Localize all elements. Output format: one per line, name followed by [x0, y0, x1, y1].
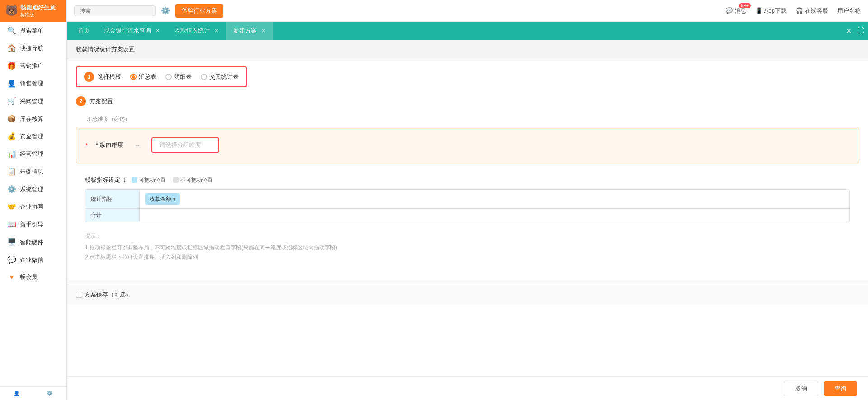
- content-area: 收款情况统计方案设置 1 选择模板 汇总表 明细表: [67, 40, 868, 376]
- sidebar-item-system[interactable]: ⚙️ 系统管理: [0, 180, 66, 198]
- cart-icon: 🛒: [7, 97, 16, 105]
- radio-summary[interactable]: 汇总表: [130, 73, 156, 81]
- sidebar-settings-btn[interactable]: ⚙️: [47, 391, 53, 396]
- logo-icon: 🐻: [5, 5, 18, 17]
- metric-tag-label: 收款金额: [150, 195, 171, 203]
- sidebar-item-label: 销售管理: [20, 80, 43, 88]
- settings-icon[interactable]: ⚙️: [161, 6, 170, 15]
- header-search-input[interactable]: [74, 5, 156, 16]
- header-right: 💬 消息 99+ 📱 App下载 🎧 在线客服 用户名称: [726, 7, 861, 15]
- tab-home[interactable]: 首页: [71, 22, 97, 40]
- tab-home-label: 首页: [78, 27, 90, 35]
- message-icon: 💬: [726, 7, 733, 14]
- settings-bottom-icon: ⚙️: [47, 391, 53, 396]
- step2-number: 2: [76, 96, 86, 106]
- col-header-content: 收款金额 ▾: [140, 190, 849, 208]
- sidebar-item-label: 营销推广: [20, 62, 43, 70]
- divider: [67, 279, 868, 279]
- radio-crosstab-label: 交叉统计表: [209, 73, 239, 81]
- tab-new-plan[interactable]: 新建方案 ✕: [226, 22, 273, 40]
- message-btn[interactable]: 💬 消息 99+: [726, 7, 746, 15]
- sidebar-item-guide[interactable]: 📖 新手引导: [0, 216, 66, 233]
- chart-icon: 📊: [7, 150, 16, 158]
- sidebar-item-wechat[interactable]: 💬 企业微信: [0, 251, 66, 268]
- radio-crosstab[interactable]: 交叉统计表: [201, 73, 239, 81]
- sidebar-item-marketing[interactable]: 🎁 营销推广: [0, 57, 66, 75]
- sidebar-item-sales[interactable]: 👤 销售管理: [0, 75, 66, 92]
- sidebar-item-label: 经营管理: [20, 150, 43, 158]
- row-label: 合计: [85, 208, 140, 222]
- sidebar-item-basic-info[interactable]: 📋 基础信息: [0, 163, 66, 180]
- tab-new-plan-close[interactable]: ✕: [261, 28, 266, 34]
- sidebar-user-btn[interactable]: 👤: [14, 391, 20, 396]
- tab-bank-flow[interactable]: 现金银行流水查询 ✕: [97, 22, 167, 40]
- sidebar-item-cooperation[interactable]: 🤝 企业协同: [0, 198, 66, 216]
- vertical-dim-label: * 纵向维度: [96, 141, 123, 149]
- metrics-col-header-row: 统计指标 收款金额 ▾: [85, 190, 849, 208]
- tip2: 2.点击标题栏下拉可设置排序、插入列和删除列: [85, 253, 850, 263]
- dimension-area: * * 纵向维度 → 请选择分组维度: [76, 127, 859, 163]
- industry-btn[interactable]: 体验行业方案: [175, 4, 223, 18]
- user-info-btn[interactable]: 用户名称: [837, 7, 861, 15]
- draggable-indicator: [132, 177, 137, 183]
- step1-number: 1: [84, 72, 94, 82]
- chat-icon: 💬: [7, 255, 16, 264]
- sidebar-item-member[interactable]: ▼ 畅会员: [0, 268, 66, 286]
- service-btn[interactable]: 🎧 在线客服: [796, 7, 828, 15]
- main-area: ⚙️ 体验行业方案 💬 消息 99+ 📱 App下载 🎧 在线客服 用户名称: [67, 0, 868, 400]
- query-button[interactable]: 查询: [824, 381, 857, 396]
- tab-collection-stat-close[interactable]: ✕: [214, 28, 219, 34]
- sidebar-item-label: 畅会员: [20, 273, 38, 281]
- tab-close-all-icon[interactable]: ✕: [846, 27, 852, 35]
- metrics-table: 统计指标 收款金额 ▾: [85, 189, 850, 222]
- search-menu-icon: 🔍: [7, 26, 16, 35]
- sidebar-item-quick-nav[interactable]: 🏠 快捷导航: [0, 39, 66, 57]
- sidebar-item-operation[interactable]: 📊 经营管理: [0, 145, 66, 163]
- sidebar-item-hardware[interactable]: 🖥️ 智能硬件: [0, 233, 66, 251]
- service-label: 在线客服: [805, 7, 828, 15]
- sidebar-item-search-menu[interactable]: 🔍 搜索菜单: [0, 22, 66, 39]
- tab-expand-icon[interactable]: ⛶: [857, 27, 864, 35]
- dimension-title: 汇总维度（必选）: [76, 112, 859, 127]
- crown-icon: ▼: [7, 274, 16, 281]
- footer-bar: 取消 查询: [67, 376, 868, 400]
- legend-draggable-label: 可拖动位置: [139, 176, 166, 184]
- gift-icon: 🎁: [7, 61, 16, 70]
- sidebar-item-inventory[interactable]: 📦 库存核算: [0, 110, 66, 127]
- sidebar-item-label: 企业微信: [20, 256, 43, 264]
- sidebar-item-label: 新手引导: [20, 221, 43, 229]
- logo-badge: 标准版: [20, 12, 56, 18]
- radio-detail[interactable]: 明细表: [165, 73, 192, 81]
- tab-collection-stat[interactable]: 收款情况统计 ✕: [167, 22, 226, 40]
- template-radio-group: 汇总表 明细表 交叉统计表: [130, 73, 239, 81]
- save-plan-label: 方案保存（可选）: [85, 291, 132, 299]
- dimension-row: * * 纵向维度 → 请选择分组维度: [85, 137, 219, 153]
- step1-row: 1 选择模板 汇总表 明细表 交叉统计表: [76, 66, 247, 87]
- monitor-icon: 🖥️: [7, 238, 16, 246]
- radio-crosstab-dot: [201, 74, 207, 80]
- step2-label: 方案配置: [90, 97, 113, 105]
- metric-tag-payment[interactable]: 收款金额 ▾: [145, 193, 180, 205]
- dimension-select[interactable]: 请选择分组维度: [151, 137, 219, 153]
- home-icon: 🏠: [7, 44, 16, 52]
- clipboard-icon: 📋: [7, 167, 16, 176]
- gear-icon: ⚙️: [7, 185, 16, 193]
- user-icon: 👤: [7, 79, 16, 88]
- sidebar-item-label: 快捷导航: [20, 44, 43, 52]
- sidebar-item-purchase[interactable]: 🛒 采购管理: [0, 92, 66, 110]
- cancel-button[interactable]: 取消: [784, 381, 818, 396]
- box-icon: 📦: [7, 114, 16, 123]
- download-icon: 📱: [755, 7, 763, 14]
- sidebar-item-label: 系统管理: [20, 185, 43, 193]
- metrics-title: 模板指标设定（: [85, 176, 126, 184]
- download-btn[interactable]: 📱 App下载: [755, 7, 787, 15]
- tips-title: 提示：: [85, 231, 850, 241]
- username: 用户名称: [837, 7, 861, 15]
- radio-detail-dot: [165, 74, 172, 80]
- save-plan-checkbox[interactable]: 方案保存（可选）: [76, 291, 132, 299]
- tab-bank-flow-close[interactable]: ✕: [156, 28, 160, 34]
- sidebar-item-fund[interactable]: 💰 资金管理: [0, 127, 66, 145]
- step2-header: 2 方案配置: [76, 96, 859, 106]
- tab-bar: 首页 现金银行流水查询 ✕ 收款情况统计 ✕ 新建方案 ✕ ✕ ⛶: [67, 22, 868, 40]
- metrics-legend: 可拖动位置 不可拖动位置: [132, 176, 213, 184]
